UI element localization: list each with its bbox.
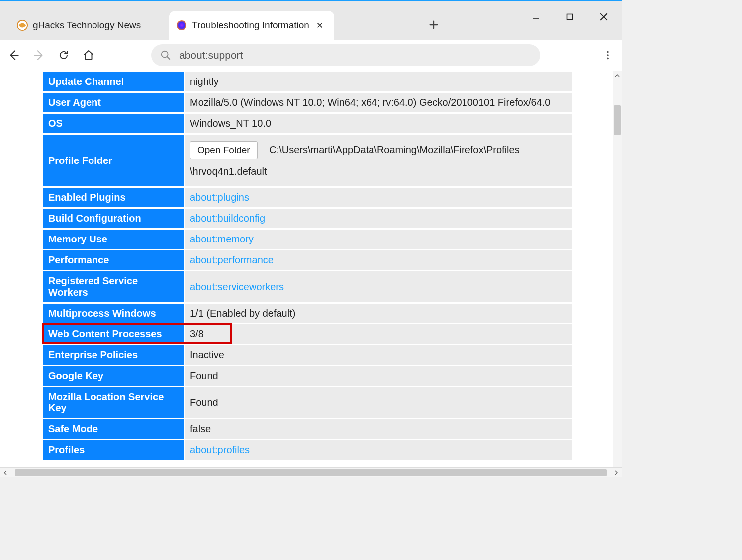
row-value: about:buildconfig <box>185 209 572 228</box>
page-content: Update Channel nightly User Agent Mozill… <box>0 71 622 477</box>
scrollbar-thumb[interactable] <box>614 105 621 135</box>
tab-label: gHacks Technology News <box>33 20 141 31</box>
row-value: about:serviceworkers <box>185 271 572 302</box>
row-label: OS <box>43 114 184 133</box>
row-enabled-plugins: Enabled Plugins about:plugins <box>43 188 572 207</box>
ghacks-favicon-icon <box>17 20 28 31</box>
scroll-right-icon[interactable] <box>611 468 622 477</box>
row-value: 1/1 (Enabled by default) <box>185 304 572 323</box>
row-value: Found <box>185 366 572 386</box>
row-memory-use: Memory Use about:memory <box>43 230 572 249</box>
row-label: Multiprocess Windows <box>43 304 184 323</box>
row-value: Windows_NT 10.0 <box>185 114 572 133</box>
row-google-key: Google Key Found <box>43 366 572 386</box>
about-serviceworkers-link[interactable]: about:serviceworkers <box>190 281 284 292</box>
row-label: Google Key <box>43 366 184 386</box>
url-input[interactable] <box>178 49 531 62</box>
row-label: Performance <box>43 250 184 270</box>
maximize-icon[interactable] <box>565 12 575 22</box>
row-update-channel: Update Channel nightly <box>43 72 572 91</box>
row-label: Mozilla Location Service Key <box>43 387 184 418</box>
horizontal-scrollbar[interactable] <box>0 467 622 477</box>
forward-button[interactable] <box>32 48 46 62</box>
row-performance: Performance about:performance <box>43 250 572 270</box>
minimize-icon[interactable] <box>531 12 541 22</box>
open-folder-button[interactable]: Open Folder <box>190 141 258 159</box>
row-os: OS Windows_NT 10.0 <box>43 114 572 133</box>
row-value: Inactive <box>185 345 572 365</box>
about-plugins-link[interactable]: about:plugins <box>190 192 249 203</box>
svg-point-5 <box>607 54 609 56</box>
row-label: Registered Service Workers <box>43 271 184 302</box>
home-button[interactable] <box>82 48 95 62</box>
navigation-toolbar <box>0 40 622 71</box>
row-mls-key: Mozilla Location Service Key Found <box>43 387 572 418</box>
row-label: Enterprise Policies <box>43 345 184 365</box>
row-label: Profiles <box>43 440 184 460</box>
row-value: false <box>185 419 572 439</box>
new-tab-button[interactable] <box>424 15 444 35</box>
vertical-scrollbar[interactable] <box>613 71 622 477</box>
about-performance-link[interactable]: about:performance <box>190 254 274 265</box>
row-user-agent: User Agent Mozilla/5.0 (Windows NT 10.0;… <box>43 93 572 112</box>
row-safe-mode: Safe Mode false <box>43 419 572 439</box>
firefox-favicon-icon <box>176 20 187 31</box>
row-label: Memory Use <box>43 230 184 249</box>
tab-strip: gHacks Technology News Troubleshooting I… <box>0 1 622 40</box>
row-value: about:memory <box>185 230 572 249</box>
row-profiles: Profiles about:profiles <box>43 440 572 460</box>
scrollbar-thumb[interactable] <box>15 469 607 476</box>
overflow-menu-icon[interactable] <box>601 48 615 62</box>
row-label: Web Content Processes <box>43 324 184 344</box>
close-window-icon[interactable] <box>599 12 609 22</box>
search-icon <box>160 50 171 61</box>
row-enterprise-policies: Enterprise Policies Inactive <box>43 345 572 365</box>
close-tab-icon[interactable] <box>314 20 325 31</box>
svg-point-4 <box>607 51 609 53</box>
svg-point-6 <box>607 58 609 60</box>
row-value: Found <box>185 387 572 418</box>
url-bar[interactable] <box>151 44 540 66</box>
row-web-content-processes: Web Content Processes 3/8 <box>43 324 572 344</box>
window-controls <box>531 1 622 40</box>
row-value: Open Folder C:\Users\marti\AppData\Roami… <box>185 135 572 186</box>
scroll-up-icon[interactable] <box>613 71 622 80</box>
row-value: about:profiles <box>185 440 572 460</box>
row-label: Update Channel <box>43 72 184 91</box>
row-profile-folder: Profile Folder Open Folder C:\Users\mart… <box>43 135 572 186</box>
reload-button[interactable] <box>57 48 71 62</box>
tab-ghacks[interactable]: gHacks Technology News <box>10 11 169 40</box>
about-buildconfig-link[interactable]: about:buildconfig <box>190 213 265 224</box>
row-value: 3/8 <box>185 324 572 344</box>
row-value: nightly <box>185 72 572 91</box>
back-button[interactable] <box>7 48 21 62</box>
row-label: Safe Mode <box>43 419 184 439</box>
row-value: about:performance <box>185 250 572 270</box>
row-label: Profile Folder <box>43 135 184 186</box>
profile-path-2: \hrvoq4n1.default <box>190 166 267 177</box>
scroll-left-icon[interactable] <box>0 468 11 477</box>
row-label: Build Configuration <box>43 209 184 228</box>
row-value: about:plugins <box>185 188 572 207</box>
row-build-config: Build Configuration about:buildconfig <box>43 209 572 228</box>
row-multiprocess-windows: Multiprocess Windows 1/1 (Enabled by def… <box>43 304 572 323</box>
profile-path-1: C:\Users\marti\AppData\Roaming\Mozilla\F… <box>269 144 520 155</box>
about-memory-link[interactable]: about:memory <box>190 234 254 244</box>
svg-point-1 <box>177 20 186 30</box>
tab-troubleshooting[interactable]: Troubleshooting Information <box>169 11 334 40</box>
row-value: Mozilla/5.0 (Windows NT 10.0; Win64; x64… <box>185 93 572 112</box>
row-service-workers: Registered Service Workers about:service… <box>43 271 572 302</box>
about-profiles-link[interactable]: about:profiles <box>190 444 250 455</box>
svg-rect-2 <box>567 14 573 20</box>
tab-label: Troubleshooting Information <box>192 20 309 31</box>
support-info-table: Update Channel nightly User Agent Mozill… <box>42 71 574 461</box>
row-label: Enabled Plugins <box>43 188 184 207</box>
row-label: User Agent <box>43 93 184 112</box>
